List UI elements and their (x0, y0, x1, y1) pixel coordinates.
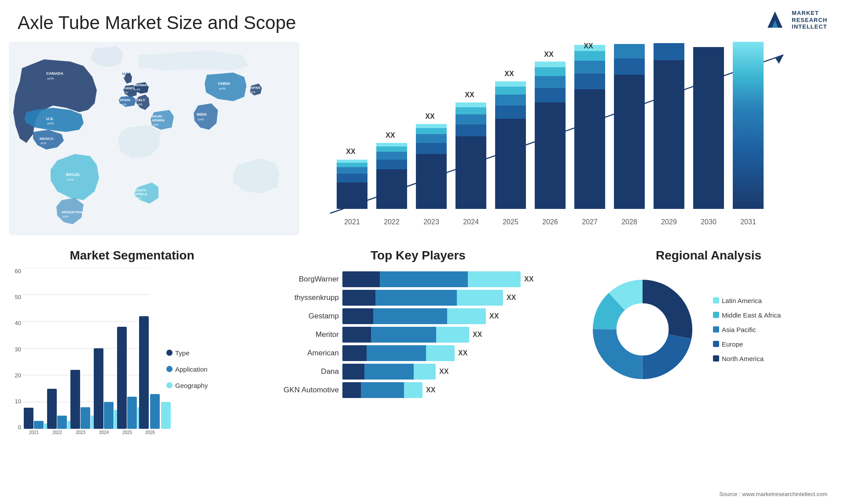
page-title: Axle Tube Market Size and Scope (18, 12, 296, 33)
logo: MARKET RESEARCH INTELLECT (763, 8, 827, 32)
svg-text:2026: 2026 (542, 218, 558, 226)
svg-text:XX: XX (584, 42, 593, 50)
svg-rect-68 (495, 87, 526, 95)
svg-text:xx%: xx% (219, 87, 225, 91)
player-thyssenkrupp: thyssenkrupp XX (264, 290, 572, 306)
svg-text:XX: XX (465, 91, 474, 99)
svg-text:xx%: xx% (134, 88, 140, 91)
growth-bar-chart: XX 2021 XX 2022 XX 2023 XX 2024 XX 2025 (308, 42, 792, 226)
svg-text:SAUDI: SAUDI (152, 114, 162, 118)
world-map: CANADA xx% U.S. xx% MEXICO xx% BRAZIL xx… (9, 42, 299, 235)
logo-text: MARKET RESEARCH INTELLECT (792, 10, 827, 30)
svg-rect-54 (416, 128, 447, 134)
svg-text:2025: 2025 (503, 218, 518, 226)
svg-rect-41 (337, 160, 367, 163)
svg-rect-86 (614, 75, 645, 209)
svg-text:ITALY: ITALY (136, 98, 145, 102)
svg-text:2023: 2023 (76, 430, 86, 435)
svg-rect-81 (574, 61, 605, 73)
svg-text:xx%: xx% (153, 123, 158, 126)
svg-rect-114 (81, 407, 90, 429)
svg-text:XX: XX (425, 113, 435, 120)
svg-rect-55 (416, 124, 447, 128)
svg-text:SOUTH: SOUTH (135, 188, 146, 192)
svg-text:2023: 2023 (423, 218, 439, 226)
svg-text:GERMANY: GERMANY (133, 83, 152, 87)
svg-rect-69 (495, 81, 526, 87)
svg-rect-62 (456, 102, 486, 107)
legend-latin-america: Latin America (713, 297, 781, 304)
market-seg-title: Market Segmentation (9, 248, 255, 263)
svg-text:CANADA: CANADA (46, 71, 63, 76)
svg-rect-45 (376, 160, 407, 169)
svg-point-135 (617, 303, 669, 355)
svg-text:2024: 2024 (463, 218, 479, 226)
svg-rect-121 (117, 327, 127, 429)
svg-rect-74 (535, 76, 566, 88)
svg-text:CHINA: CHINA (218, 81, 231, 86)
svg-rect-58 (456, 136, 486, 209)
svg-rect-91 (654, 43, 684, 60)
svg-text:2022: 2022 (52, 430, 62, 435)
donut-chart (581, 268, 704, 391)
svg-rect-110 (57, 416, 67, 429)
svg-text:2030: 2030 (701, 218, 716, 226)
svg-text:xx%: xx% (40, 142, 46, 145)
player-meritor: Meritor XX (264, 327, 572, 343)
svg-rect-122 (127, 397, 137, 429)
svg-rect-106 (34, 421, 44, 429)
source-text: Source : www.marketresearchintellect.com (719, 491, 827, 497)
svg-rect-61 (456, 107, 486, 114)
svg-text:xx%: xx% (123, 76, 129, 79)
svg-text:U.K.: U.K. (122, 72, 129, 76)
svg-rect-48 (376, 143, 407, 146)
svg-rect-47 (376, 146, 407, 152)
svg-text:2024: 2024 (99, 430, 109, 435)
player-gkn: GKN Automotive XX (264, 382, 572, 398)
svg-rect-60 (456, 114, 486, 124)
svg-text:xx%: xx% (198, 117, 204, 121)
segmentation-chart: 2021 2022 2023 2024 (22, 268, 150, 435)
svg-rect-37 (337, 183, 367, 209)
svg-rect-96 (733, 42, 764, 209)
svg-rect-66 (495, 106, 526, 119)
svg-rect-126 (139, 316, 149, 429)
svg-text:XX: XX (346, 148, 356, 155)
svg-text:xx%: xx% (250, 91, 255, 94)
svg-text:INDIA: INDIA (197, 112, 207, 117)
svg-rect-113 (70, 370, 80, 429)
svg-rect-39 (337, 167, 367, 174)
svg-text:xx%: xx% (136, 197, 141, 200)
svg-text:2021: 2021 (344, 218, 360, 226)
seg-2026: 2026 (138, 268, 173, 435)
svg-rect-127 (150, 394, 160, 429)
logo-icon (763, 8, 787, 32)
legend-europe: Europe (713, 340, 781, 348)
svg-rect-76 (535, 62, 566, 67)
donut-legend: Latin America Middle East & Africa Asia … (713, 295, 781, 364)
svg-rect-59 (456, 124, 486, 136)
svg-rect-65 (495, 119, 526, 209)
legend-middle-east-africa: Middle East & Africa (713, 311, 781, 319)
svg-rect-44 (376, 169, 407, 209)
player-dana: Dana XX (264, 364, 572, 380)
svg-text:2026: 2026 (145, 430, 155, 435)
svg-text:2029: 2029 (661, 218, 677, 226)
svg-rect-82 (574, 51, 605, 61)
svg-text:MEXICO: MEXICO (40, 137, 54, 141)
svg-rect-128 (161, 402, 171, 429)
svg-rect-93 (693, 47, 724, 209)
key-players-title: Top Key Players (264, 248, 572, 263)
svg-text:xx%: xx% (136, 103, 142, 106)
player-american: American XX (264, 345, 572, 361)
svg-rect-79 (574, 89, 605, 209)
svg-rect-67 (495, 95, 526, 106)
svg-text:xx%: xx% (121, 103, 126, 106)
svg-text:2021: 2021 (29, 430, 39, 435)
key-players-section: Top Key Players BorgWarner XX thyssenkru… (264, 248, 572, 495)
svg-rect-90 (654, 60, 684, 209)
svg-rect-118 (104, 402, 114, 429)
svg-rect-40 (337, 163, 367, 167)
svg-text:AFRICA: AFRICA (135, 192, 147, 196)
market-segmentation-section: Market Segmentation 0 10 20 30 40 50 60 (9, 248, 255, 495)
